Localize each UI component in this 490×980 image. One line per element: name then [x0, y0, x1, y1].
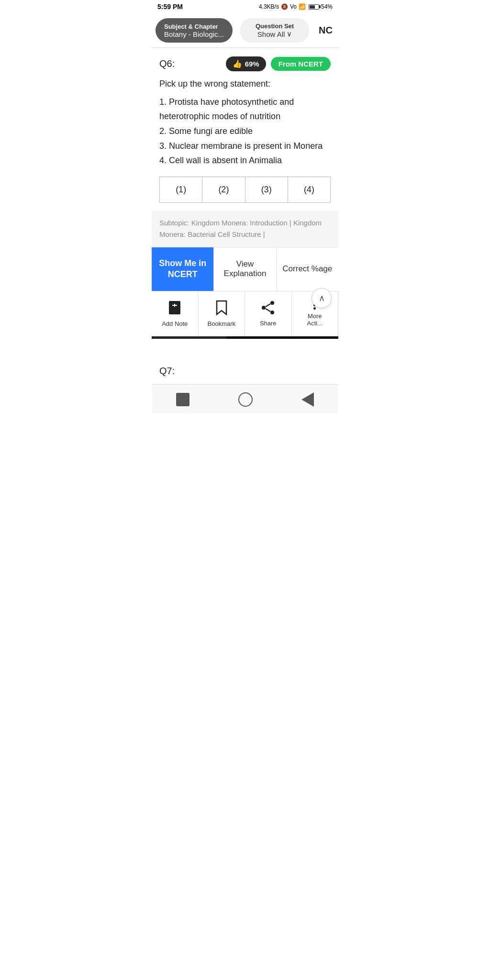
subject-label: Subject & Chapter — [164, 23, 224, 30]
question-badges: 👍 69% From NCERT — [226, 56, 331, 71]
thumbs-up-icon: 👍 — [233, 59, 242, 68]
percent-badge: 👍 69% — [226, 56, 266, 71]
correct-percentage-button[interactable]: Correct %age — [276, 247, 338, 291]
add-note-label: Add Note — [162, 320, 188, 327]
option-2: 2. Some fungi are edible — [159, 124, 331, 139]
answer-choice-2[interactable]: (2) — [202, 177, 245, 202]
question-header: Q6: 👍 69% From NCERT — [159, 56, 331, 71]
q7-number: Q7: — [159, 366, 175, 376]
lte-icon: Vo — [290, 3, 297, 10]
question-card: Q6: 👍 69% From NCERT Pick up the wrong s… — [152, 48, 338, 203]
nc-label: NC — [313, 13, 338, 47]
question-set-pill[interactable]: Question Set Show All ∨ — [240, 18, 309, 43]
square-button[interactable] — [176, 393, 189, 408]
circle-icon — [238, 392, 253, 407]
share-label: Share — [260, 320, 277, 327]
option-1: 1. Protista have photosynthetic and hete… — [159, 95, 331, 124]
answer-choice-4[interactable]: (4) — [288, 177, 330, 202]
scroll-up-fab[interactable]: ∧ — [312, 288, 332, 308]
question-options: 1. Protista have photosynthetic and hete… — [159, 95, 331, 168]
header-nav: Subject & Chapter Botany - Biologic... Q… — [152, 13, 338, 48]
svg-point-3 — [270, 301, 274, 305]
show-me-in-ncert-button[interactable]: Show Me in NCERT — [152, 247, 213, 291]
chevron-up-icon: ∧ — [319, 293, 325, 303]
signal-bars-icon: 📶 — [299, 3, 306, 10]
q7-section: Q7: — [152, 354, 338, 384]
question-text: Pick up the wrong statement: — [159, 77, 331, 91]
chevron-down-icon: ∨ — [287, 30, 292, 38]
action-row-1: Show Me in NCERT View Explanation Correc… — [152, 247, 338, 291]
subject-value: Botany - Biologic... — [164, 30, 224, 38]
share-button[interactable]: Share — [245, 291, 292, 336]
answer-choice-3[interactable]: (3) — [245, 177, 288, 202]
svg-point-4 — [262, 306, 266, 310]
question-set-value: Show All ∨ — [257, 30, 292, 38]
add-note-icon — [168, 300, 181, 317]
status-bar: 5:59 PM 4.3KB/s 🔕 Vo 📶 54% — [152, 0, 338, 13]
answer-choices-table: (1) (2) (3) (4) — [159, 177, 331, 203]
more-actions-label: More Acti... — [307, 312, 323, 327]
answer-choice-1[interactable]: (1) — [160, 177, 202, 202]
question-number: Q6: — [159, 58, 175, 69]
home-button[interactable] — [238, 392, 253, 409]
subtopic-text: Subtopic: Kingdom Monera: Introduction |… — [159, 219, 322, 238]
view-explanation-button[interactable]: View Explanation — [213, 247, 276, 291]
share-icon — [261, 301, 275, 317]
svg-rect-0 — [169, 301, 180, 314]
network-speed: 4.3KB/s — [259, 3, 279, 10]
add-note-button[interactable]: Add Note — [152, 291, 199, 336]
svg-line-7 — [266, 309, 270, 312]
square-icon — [176, 393, 189, 406]
option-4: 4. Cell wall is absent in Animalia — [159, 153, 331, 168]
question-set-label: Question Set — [256, 22, 294, 30]
back-button[interactable] — [301, 392, 314, 409]
bookmark-label: Bookmark — [207, 320, 235, 327]
percent-value: 69% — [245, 60, 259, 68]
action-row-2: Add Note Bookmark Share More Acti... — [152, 291, 338, 336]
bottom-nav — [152, 384, 338, 413]
svg-point-5 — [270, 311, 274, 314]
ncert-badge: From NCERT — [271, 57, 331, 71]
subject-chapter-pill[interactable]: Subject & Chapter Botany - Biologic... — [156, 18, 233, 43]
status-time: 5:59 PM — [157, 3, 183, 11]
subtopic-section: Subtopic: Kingdom Monera: Introduction |… — [152, 211, 338, 247]
spacer — [152, 339, 338, 354]
signal-icon: 🔕 — [281, 3, 288, 10]
battery-percent: 54% — [321, 3, 333, 10]
triangle-icon — [301, 392, 314, 407]
bookmark-button[interactable]: Bookmark — [199, 291, 245, 336]
battery-icon — [309, 4, 319, 10]
status-right: 4.3KB/s 🔕 Vo 📶 54% — [259, 3, 333, 10]
bookmark-icon — [215, 300, 228, 317]
option-3: 3. Nuclear membrane is present in Monera — [159, 139, 331, 154]
svg-line-6 — [266, 304, 270, 307]
